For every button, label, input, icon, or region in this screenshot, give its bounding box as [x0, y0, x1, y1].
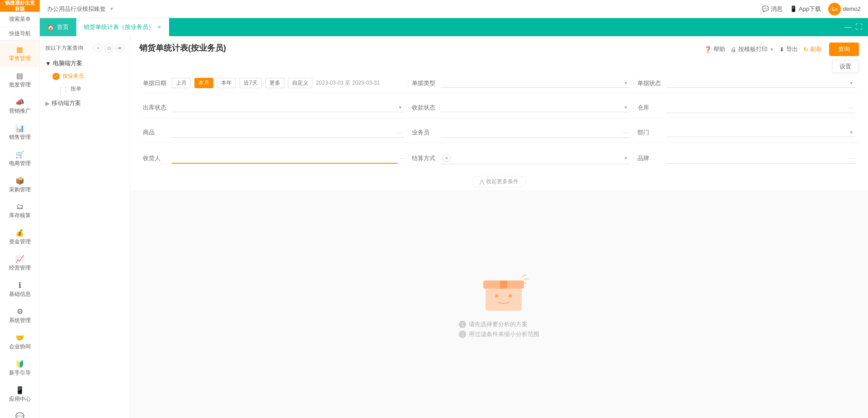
- sidebar-item-finance[interactable]: 💰 资金管理: [0, 224, 39, 250]
- beginner-icon: 🔰: [15, 360, 24, 368]
- svg-point-3: [495, 294, 499, 298]
- scheme-sub-order[interactable]: ⋮⋮ 按单: [40, 83, 130, 95]
- sidebar-item-retail[interactable]: ▦ 零售管理: [0, 41, 39, 67]
- help-btn[interactable]: ❓ 帮助: [704, 45, 725, 53]
- department-chevron: ▼: [849, 130, 854, 135]
- empty-illustration: [476, 268, 522, 313]
- date-cur-year[interactable]: 本年: [217, 78, 236, 88]
- sidebar-search[interactable]: 搜索菜单: [0, 12, 39, 27]
- out-status-select[interactable]: ▼: [172, 103, 404, 112]
- warehouse-select[interactable]: ···: [666, 102, 855, 113]
- date-more[interactable]: 更多: [265, 78, 284, 88]
- sidebar-item-cooperation[interactable]: 🤝 企业协同: [0, 329, 39, 355]
- out-status-label: 出库状态: [143, 104, 168, 112]
- empty-step-2: 2 用过滤条件来缩小分析范围: [459, 330, 539, 338]
- topbar-product: 办公用品行业模拟账套 ▼: [47, 5, 114, 13]
- minimize-icon[interactable]: —: [844, 23, 852, 31]
- print-btn[interactable]: 🖨 按模板打印 ▼: [731, 45, 774, 53]
- user-avatar: Ea: [828, 3, 841, 15]
- sidebar-item-basic[interactable]: ℹ 基础信息: [0, 276, 39, 303]
- collapse-panel-btn[interactable]: ≪: [115, 43, 124, 52]
- app-logo: 畅捷通好生意 标版: [0, 0, 40, 12]
- order-status-chevron: ▼: [849, 81, 854, 86]
- add-scheme-btn[interactable]: +: [94, 43, 103, 52]
- app-download-btn[interactable]: 📱 App下载: [790, 5, 821, 13]
- department-select[interactable]: ▼: [666, 128, 855, 137]
- maximize-icon[interactable]: ⛶: [855, 23, 863, 31]
- refresh-btn[interactable]: ↻ 刷新: [803, 45, 822, 53]
- help-icon: ❓: [704, 46, 712, 53]
- warehouse-label: 仓库: [637, 104, 663, 112]
- receiver-input[interactable]: [172, 152, 397, 164]
- sidebar-quicknav[interactable]: 快捷导航: [0, 27, 39, 41]
- sidebar-item-operation[interactable]: 📈 经营管理: [0, 250, 39, 276]
- right-content: 销货单统计表(按业务员) ❓ 帮助 🖨 按模板打印 ▼: [130, 36, 868, 418]
- filter-receiver: 收货人 ···: [139, 152, 408, 164]
- empty-state: 1 请先选择要分析的方案 2 用过滤条件来缩小分析范围: [130, 190, 868, 418]
- date-prev-month[interactable]: 上月: [172, 78, 191, 88]
- salesperson-label: 业务员: [412, 128, 437, 137]
- order-status-select[interactable]: ▼: [666, 79, 855, 88]
- product-name: 办公用品行业模拟账套: [47, 5, 106, 13]
- out-status-chevron: ▼: [398, 105, 402, 110]
- payment-status-chevron: ▼: [623, 105, 628, 110]
- sidebar-item-marketing[interactable]: 📣 营销推广: [0, 93, 39, 119]
- order-type-select[interactable]: ▼: [441, 79, 630, 88]
- message-btn[interactable]: 💬 消息: [762, 5, 783, 13]
- query-button[interactable]: 查询: [829, 43, 859, 56]
- date-label: 单据日期: [143, 79, 168, 87]
- tab-home[interactable]: 🏠 首页: [40, 18, 76, 36]
- pc-scheme-header[interactable]: ▼ 电脑端方案: [40, 57, 130, 70]
- salesperson-dots[interactable]: ···: [623, 129, 628, 136]
- sidebar-item-wholesale[interactable]: ▤ 批发管理: [0, 67, 39, 93]
- order-type-label: 单据类型: [412, 79, 437, 87]
- sidebar-item-wechat[interactable]: 💬 企业微信: [0, 408, 39, 418]
- sidebar-item-ecommerce[interactable]: 🛒 电商管理: [0, 146, 39, 172]
- export-btn[interactable]: ⬇ 导出: [779, 45, 798, 53]
- mobile-scheme-group[interactable]: ▶ 移动端方案: [40, 97, 130, 109]
- empty-text: 1 请先选择要分析的方案 2 用过滤条件来缩小分析范围: [459, 318, 539, 340]
- svg-point-4: [509, 294, 512, 298]
- filter-product: 商品 ···: [139, 127, 408, 138]
- brand-label: 品牌: [637, 154, 663, 162]
- tab-sales-report[interactable]: 销货单统计表（按业务员） ✕: [76, 18, 169, 36]
- date-cur-month[interactable]: 本月: [194, 78, 213, 88]
- tab-close-icon[interactable]: ✕: [157, 24, 161, 30]
- sidebar-item-system[interactable]: ⚙ 系统管理: [0, 303, 39, 329]
- filter-row-1: 单据日期 上月 本月 本年 近7天 更多 自定义 2023-03-01 至 20…: [139, 73, 859, 93]
- left-scheme-panel: 按以下方案查询 + ⊙ ≪ ▼ 电脑端方案 ✓ 按业务员 ⋮⋮: [40, 36, 130, 418]
- warehouse-dots[interactable]: ···: [849, 104, 854, 111]
- payment-status-select[interactable]: ▼: [441, 103, 630, 112]
- pc-scheme-group: ▼ 电脑端方案 ✓ 按业务员 ⋮⋮ 按单: [40, 55, 130, 97]
- scheme-panel-title: 按以下方案查询: [45, 44, 83, 52]
- product-label: 商品: [143, 128, 168, 137]
- logo-subtext: 标版: [15, 6, 25, 12]
- sidebar-item-apps[interactable]: 📱 应用中心: [0, 381, 39, 408]
- date-custom[interactable]: 自定义: [288, 78, 312, 88]
- sidebar-item-sales[interactable]: 📊 销售管理: [0, 119, 39, 146]
- collapse-button[interactable]: ⋀ 收起更多条件: [472, 176, 526, 187]
- sidebar-item-purchase[interactable]: 📦 采购管理: [0, 172, 39, 198]
- scheme-item-salesperson[interactable]: ✓ 按业务员: [40, 70, 130, 83]
- order-type-chevron: ▼: [623, 81, 628, 86]
- receiver-dots[interactable]: ···: [399, 155, 404, 162]
- basic-icon: ℹ: [19, 281, 21, 290]
- export-icon: ⬇: [779, 46, 784, 53]
- main-area: 办公用品行业模拟账套 ▼ 💬 消息 📱 App下载 Ea demo2 🏠 首页 …: [40, 0, 868, 418]
- product-dropdown-icon[interactable]: ▼: [109, 6, 114, 11]
- salesperson-select[interactable]: ···: [441, 127, 630, 138]
- user-profile[interactable]: Ea demo2: [828, 3, 861, 15]
- settlement-select[interactable]: ✕ ▼: [441, 152, 630, 164]
- product-dots[interactable]: ···: [397, 129, 402, 136]
- brand-select[interactable]: ···: [666, 153, 855, 164]
- date-7days[interactable]: 近7天: [240, 78, 262, 88]
- sidebar-item-inventory[interactable]: 🗂 库存核算: [0, 198, 39, 224]
- home-icon: 🏠: [47, 24, 54, 31]
- settings-button[interactable]: 设置: [832, 60, 859, 73]
- edit-scheme-btn[interactable]: ⊙: [104, 43, 113, 52]
- brand-dots[interactable]: ···: [849, 155, 854, 162]
- sidebar-item-beginner[interactable]: 🔰 新手引导: [0, 355, 39, 381]
- apps-icon: 📱: [15, 386, 24, 394]
- settlement-clear-btn[interactable]: ✕: [443, 154, 451, 162]
- product-select[interactable]: ···: [172, 127, 404, 138]
